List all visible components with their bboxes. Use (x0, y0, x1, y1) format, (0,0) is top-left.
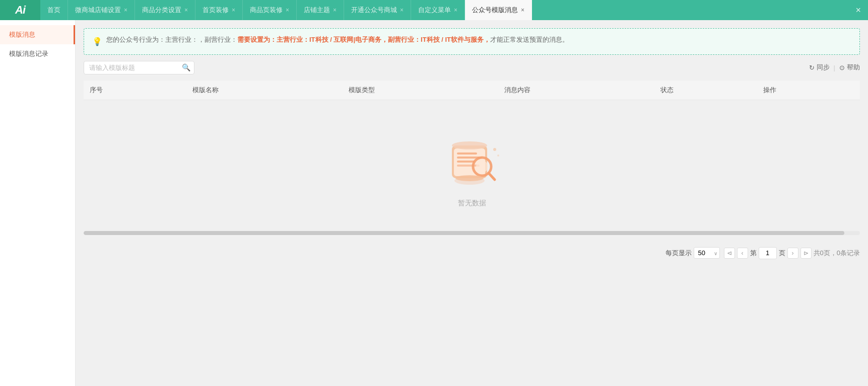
search-bar: 🔍 ↻ 同步 | ⊙ 帮助 (84, 61, 860, 74)
per-page-label: 每页显示 (665, 249, 692, 258)
help-icon: ⊙ (839, 64, 845, 71)
svg-point-11 (452, 141, 487, 149)
page-number-input[interactable] (759, 247, 777, 259)
pagination: 每页显示 102050100 ⊲ ‹ 第 页 › ⊳ 共0页，0条记录 (84, 245, 860, 261)
tab-label: 开通公众号商城 (351, 6, 397, 15)
tab-item[interactable]: 自定义菜单× (411, 0, 465, 20)
empty-illustration (442, 130, 502, 191)
sync-icon: ↻ (809, 64, 815, 71)
table-wrapper: 序号模版名称模版类型消息内容状态操作 (84, 81, 860, 223)
empty-text: 暂无数据 (458, 199, 486, 208)
tab-label: 商品分类设置 (142, 6, 181, 15)
app-logo: Ai (0, 0, 40, 20)
table-header-action: 操作 (757, 81, 860, 100)
tab-item[interactable]: 首页 (40, 0, 68, 20)
tab-close-button[interactable]: × (184, 7, 188, 14)
tab-close-button[interactable]: × (400, 7, 404, 14)
empty-state: 暂无数据 (84, 100, 860, 223)
tab-close-button[interactable]: × (333, 7, 337, 14)
per-page-select: 每页显示 102050100 (665, 247, 720, 259)
tab-close-button[interactable]: × (286, 7, 289, 14)
sidebar-item[interactable]: 模版消息 (0, 25, 75, 44)
svg-point-8 (476, 161, 488, 173)
tab-item[interactable]: 商品页装修× (243, 0, 297, 20)
first-page-button[interactable]: ⊲ (724, 248, 735, 259)
tab-label: 自定义菜单 (418, 6, 451, 15)
search-input-wrap: 🔍 (84, 61, 194, 74)
tab-close-button[interactable]: × (232, 7, 235, 14)
prev-page-button[interactable]: ‹ (737, 248, 748, 259)
scrollbar-thumb (84, 231, 844, 235)
data-table: 序号模版名称模版类型消息内容状态操作 (84, 81, 860, 100)
help-button[interactable]: ⊙ 帮助 (839, 63, 860, 72)
last-page-button[interactable]: ⊳ (800, 248, 812, 259)
table-header-type: 模版类型 (343, 81, 499, 100)
tab-close-button[interactable]: × (521, 7, 524, 14)
table-header-content: 消息内容 (498, 81, 654, 100)
table-header-row: 序号模版名称模版类型消息内容状态操作 (84, 81, 860, 100)
help-label: 帮助 (847, 63, 860, 72)
tab-item[interactable]: 微商城店铺设置× (68, 0, 135, 20)
total-text: 共0页，0条记录 (814, 249, 860, 258)
svg-point-10 (455, 175, 484, 181)
notice-text: 您的公众号行业为：主营行业：，副营行业：需要设置为：主营行业：IT科技 / 互联… (106, 35, 569, 45)
sidebar-item[interactable]: 模版消息记录 (0, 44, 75, 63)
search-input[interactable] (84, 61, 194, 74)
svg-point-13 (497, 155, 499, 157)
sidebar: 模版消息模版消息记录 (0, 20, 76, 386)
svg-rect-5 (457, 161, 475, 163)
tab-item[interactable]: 首页装修× (195, 0, 243, 20)
tab-item[interactable]: 商品分类设置× (135, 0, 195, 20)
notice-icon: 💡 (92, 35, 102, 48)
page-nav: ⊲ ‹ 第 页 › ⊳ 共0页，0条记录 (724, 247, 860, 259)
svg-point-12 (493, 148, 496, 151)
sync-button[interactable]: ↻ 同步 (809, 63, 830, 72)
tab-label: 首页装修 (203, 6, 229, 15)
tab-close-button[interactable]: × (124, 7, 127, 14)
tab-list: 首页微商城店铺设置×商品分类设置×首页装修×商品页装修×店铺主题×开通公众号商城… (40, 0, 848, 20)
table-header-seq: 序号 (84, 81, 186, 100)
tab-label: 店铺主题 (304, 6, 330, 15)
top-navigation: Ai 首页微商城店铺设置×商品分类设置×首页装修×商品页装修×店铺主题×开通公众… (0, 0, 868, 20)
main-layout: 模版消息模版消息记录 💡 您的公众号行业为：主营行业：，副营行业：需要设置为：主… (0, 20, 868, 386)
page-suffix-label: 页 (779, 249, 785, 258)
notice-box: 💡 您的公众号行业为：主营行业：，副营行业：需要设置为：主营行业：IT科技 / … (84, 28, 860, 55)
sync-label: 同步 (817, 63, 830, 72)
tab-item[interactable]: 开通公众号商城× (344, 0, 411, 20)
page-prefix-label: 第 (750, 249, 757, 258)
tab-label: 商品页装修 (250, 6, 283, 15)
tab-item[interactable]: 店铺主题× (297, 0, 344, 20)
table-header-name: 模版名称 (186, 81, 343, 100)
svg-line-9 (489, 173, 495, 180)
svg-rect-3 (457, 152, 477, 155)
next-page-button[interactable]: › (787, 248, 798, 259)
horizontal-scrollbar[interactable] (84, 231, 860, 235)
divider: | (834, 64, 835, 71)
content-area: 💡 您的公众号行业为：主营行业：，副营行业：需要设置为：主营行业：IT科技 / … (76, 20, 868, 386)
tab-label: 微商城店铺设置 (75, 6, 121, 15)
search-bar-left: 🔍 (84, 61, 194, 74)
search-bar-right: ↻ 同步 | ⊙ 帮助 (809, 63, 860, 72)
tab-close-button[interactable]: × (454, 7, 457, 14)
search-icon[interactable]: 🔍 (182, 63, 190, 71)
table-header-status: 状态 (654, 81, 757, 100)
per-page-dropdown[interactable]: 102050100 (694, 247, 720, 259)
global-close-button[interactable]: × (848, 5, 868, 16)
tab-label: 公众号模版消息 (472, 6, 518, 15)
tab-item[interactable]: 公众号模版消息× (465, 0, 532, 20)
tab-label: 首页 (47, 6, 60, 15)
per-page-select-wrap: 102050100 (694, 247, 720, 259)
